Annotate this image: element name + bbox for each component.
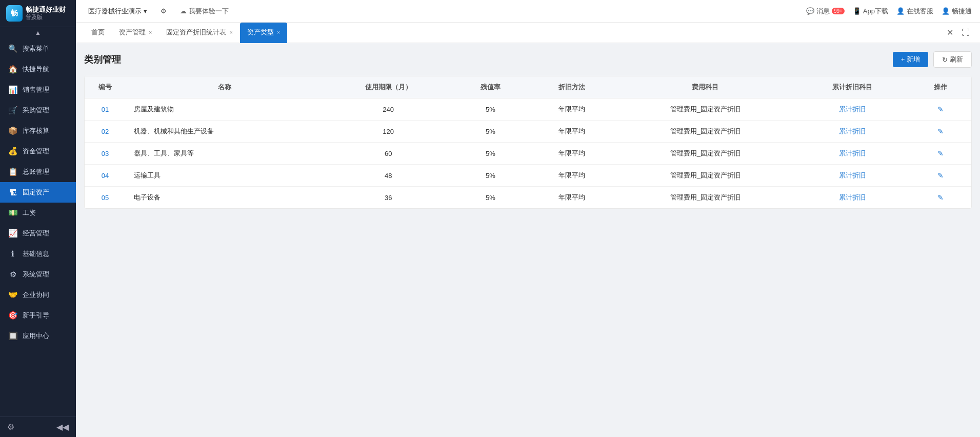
sidebar-label-quick-nav: 快捷导航	[23, 65, 49, 74]
sidebar-label-fixed-assets: 固定资产	[23, 188, 49, 197]
company-name: 医疗器械行业演示	[88, 7, 142, 16]
close-window-icon[interactable]: ✕	[945, 26, 955, 39]
customer-service-button[interactable]: 👤 在线客服	[896, 7, 933, 16]
ledger-icon: 📋	[8, 167, 17, 176]
sidebar-item-app-center[interactable]: 🔲 应用中心	[0, 326, 76, 346]
customer-service-icon: 👤	[896, 7, 905, 15]
sidebar-label-app-center: 应用中心	[23, 331, 49, 341]
refresh-label: 刷新	[950, 55, 963, 64]
cell-action-1[interactable]: ✎	[910, 121, 971, 143]
page-actions: + 新增 ↻ 刷新	[893, 51, 972, 68]
new-button[interactable]: + 新增	[893, 52, 928, 67]
system-icon: ⚙	[8, 270, 17, 279]
sidebar-item-quick-nav[interactable]: 🏠 快捷导航	[0, 59, 76, 80]
cell-accumulated-1: 累计折旧	[794, 121, 910, 143]
cell-expense-2: 管理费用_固定资产折旧	[616, 143, 794, 165]
col-residual: 残值率	[453, 76, 528, 98]
edit-button-4[interactable]: ✎	[937, 193, 944, 202]
fixed-assets-icon: 🏗	[8, 188, 17, 197]
tab-home[interactable]: 首页	[84, 23, 112, 43]
cell-residual-4: 5%	[453, 187, 528, 209]
tab-home-label: 首页	[91, 28, 105, 37]
user-label: 畅捷通	[952, 7, 972, 16]
tab-asset-type-close[interactable]: ×	[277, 29, 280, 35]
company-selector[interactable]: 医疗器械行业演示 ▾	[84, 5, 151, 18]
user-menu[interactable]: 👤 畅捷通	[942, 7, 972, 16]
notification-button[interactable]: 💬 消息 99+	[806, 7, 845, 16]
refresh-button[interactable]: ↻ 刷新	[933, 51, 972, 68]
cell-period-1: 120	[324, 121, 453, 143]
tab-asset-type[interactable]: 资产类型 ×	[240, 23, 287, 43]
scroll-up-btn[interactable]: ▲	[0, 27, 76, 38]
tab-depreciation-close[interactable]: ×	[229, 29, 232, 35]
sidebar-item-purchase[interactable]: 🛒 采购管理	[0, 100, 76, 121]
tab-asset-mgmt-label: 资产管理	[119, 28, 146, 37]
sidebar-label-search: 搜索菜单	[23, 44, 49, 53]
page-content: 类别管理 + 新增 ↻ 刷新 编号 名称 使用期限（月） 残值率 折旧方法	[76, 43, 980, 437]
cell-method-4: 年限平均	[528, 187, 616, 209]
cell-residual-3: 5%	[453, 165, 528, 187]
edit-button-0[interactable]: ✎	[937, 105, 944, 113]
cell-action-4[interactable]: ✎	[910, 187, 971, 209]
info-icon: ℹ	[8, 249, 17, 259]
cell-id-1: 02	[85, 121, 126, 143]
cell-action-0[interactable]: ✎	[910, 98, 971, 121]
category-table: 编号 名称 使用期限（月） 残值率 折旧方法 费用科目 累计折旧科目 操作 01…	[84, 76, 972, 209]
sidebar-label-salary: 工资	[23, 208, 36, 217]
sidebar-item-collab[interactable]: 🤝 企业协同	[0, 285, 76, 305]
header-right: 💬 消息 99+ 📱 App下载 👤 在线客服 👤 畅捷通	[806, 7, 972, 16]
table-row: 04 运输工具 48 5% 年限平均 管理费用_固定资产折旧 累计折旧 ✎	[85, 165, 971, 187]
app-download-button[interactable]: 📱 App下载	[853, 7, 888, 16]
company-settings-button[interactable]: ⚙	[155, 3, 172, 19]
expand-window-icon[interactable]: ⛶	[959, 26, 972, 39]
sidebar-item-guide[interactable]: 🎯 新手引导	[0, 305, 76, 326]
sidebar-item-system[interactable]: ⚙ 系统管理	[0, 264, 76, 285]
tab-asset-mgmt-close[interactable]: ×	[149, 29, 152, 35]
operations-icon: 📈	[8, 229, 17, 238]
sidebar-item-operations[interactable]: 📈 经营管理	[0, 223, 76, 244]
top-header: 医疗器械行业演示 ▾ ⚙ ☁ 我要体验一下 💬 消息 99+ 📱 App下载	[76, 0, 980, 23]
sidebar-item-general-ledger[interactable]: 📋 总账管理	[0, 162, 76, 182]
sidebar-label-general-ledger: 总账管理	[23, 167, 49, 176]
edit-button-3[interactable]: ✎	[937, 171, 944, 180]
sidebar-item-fixed-assets[interactable]: 🏗 固定资产	[0, 182, 76, 203]
cell-accumulated-2: 累计折旧	[794, 143, 910, 165]
table-row: 02 机器、机械和其他生产设备 120 5% 年限平均 管理费用_固定资产折旧 …	[85, 121, 971, 143]
cell-id-3: 04	[85, 165, 126, 187]
sidebar-item-basic-info[interactable]: ℹ 基础信息	[0, 244, 76, 264]
collab-icon: 🤝	[8, 290, 17, 300]
sidebar-item-salary[interactable]: 💵 工资	[0, 203, 76, 223]
sidebar-item-search[interactable]: 🔍 搜索菜单	[0, 38, 76, 59]
tabs-window-controls: ✕ ⛶	[945, 26, 972, 39]
customer-service-label: 在线客服	[907, 7, 933, 16]
sidebar-item-sales[interactable]: 📊 销售管理	[0, 80, 76, 100]
cell-name-4: 电子设备	[126, 187, 324, 209]
sidebar-nav: 🔍 搜索菜单 🏠 快捷导航 📊 销售管理 🛒 采购管理 📦 库存核算 💰 资金管…	[0, 38, 76, 416]
tabs-bar: 首页 资产管理 × 固定资产折旧统计表 × 资产类型 × ✕ ⛶	[76, 23, 980, 43]
edit-button-1[interactable]: ✎	[937, 127, 944, 135]
table-header-row: 编号 名称 使用期限（月） 残值率 折旧方法 费用科目 累计折旧科目 操作	[85, 76, 971, 98]
cell-method-2: 年限平均	[528, 143, 616, 165]
sidebar-item-finance[interactable]: 💰 资金管理	[0, 141, 76, 162]
notification-icon: 💬	[806, 7, 814, 15]
cell-residual-1: 5%	[453, 121, 528, 143]
edit-button-2[interactable]: ✎	[937, 149, 944, 157]
experience-button[interactable]: ☁ 我要体验一下	[176, 5, 233, 18]
app-download-icon: 📱	[853, 7, 861, 15]
page-header: 类别管理 + 新增 ↻ 刷新	[84, 51, 972, 68]
cell-accumulated-0: 累计折旧	[794, 98, 910, 121]
sidebar-item-inventory[interactable]: 📦 库存核算	[0, 121, 76, 141]
sidebar-label-system: 系统管理	[23, 270, 49, 279]
sidebar-label-finance: 资金管理	[23, 147, 49, 156]
cell-method-3: 年限平均	[528, 165, 616, 187]
cell-action-3[interactable]: ✎	[910, 165, 971, 187]
table-row: 03 器具、工具、家具等 60 5% 年限平均 管理费用_固定资产折旧 累计折旧…	[85, 143, 971, 165]
settings-gear-icon[interactable]: ⚙	[7, 422, 14, 432]
col-id: 编号	[85, 76, 126, 98]
gear-icon: ⚙	[161, 7, 167, 15]
tab-asset-mgmt[interactable]: 资产管理 ×	[112, 23, 159, 43]
collapse-sidebar-icon[interactable]: ◀◀	[56, 422, 69, 432]
cell-expense-1: 管理费用_固定资产折旧	[616, 121, 794, 143]
tab-depreciation-report[interactable]: 固定资产折旧统计表 ×	[159, 23, 239, 43]
cell-action-2[interactable]: ✎	[910, 143, 971, 165]
